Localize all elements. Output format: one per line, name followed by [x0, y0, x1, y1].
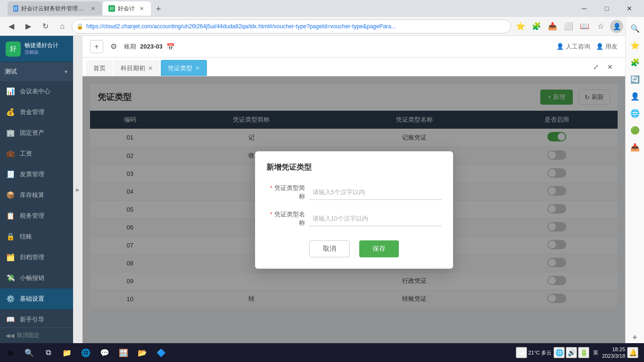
side-favorites-button[interactable]: ⭐: [627, 38, 643, 53]
taskbar-windows-store[interactable]: 🪟: [115, 345, 132, 361]
collections-button[interactable]: 📥: [545, 19, 560, 34]
tab-subjects[interactable]: 科目期初 ✕: [114, 60, 160, 76]
sidebar-label-payroll: 工资: [20, 149, 32, 158]
tab-voucher-close[interactable]: ✕: [195, 65, 200, 72]
company-selector[interactable]: 测试 ▼: [0, 62, 73, 81]
side-color-button[interactable]: 🌐: [627, 106, 643, 121]
browser-tab-1[interactable]: 好 好会计云财务软件管理系统_会计 ✕: [8, 1, 102, 16]
home-button[interactable]: ⌂: [55, 19, 70, 34]
user-label: 用友: [605, 42, 618, 51]
browser-tab-2[interactable]: 好 好会计 ✕: [103, 1, 151, 16]
side-search-button[interactable]: 🔍: [627, 21, 643, 36]
url-bar-wrap: 🔒: [72, 19, 511, 33]
expense-icon: 💸: [6, 273, 15, 283]
sidebar-item-dashboard[interactable]: 📊 会议表中心: [0, 81, 73, 102]
split-view-button[interactable]: ⬜: [561, 19, 576, 34]
taskbar-task-view[interactable]: ⧉: [40, 345, 57, 361]
side-collections-button[interactable]: 🧩: [627, 55, 643, 70]
sidebar-item-archive[interactable]: 🗂️ 归档管理: [0, 247, 73, 268]
sidebar: 好 畅捷通好合计 流畅版 测试 ▼ 📊 会议表中心 💰 资金管理 🏢 固定资产: [0, 36, 73, 343]
sidebar-item-invoice[interactable]: 🧾 发票管理: [0, 164, 73, 185]
user-button[interactable]: 👤 用友: [596, 42, 618, 51]
sidebar-item-tax[interactable]: 📋 税务管理: [0, 206, 73, 226]
new-tab-button[interactable]: +: [152, 2, 165, 16]
taskbar-chrome[interactable]: 🌐: [77, 345, 94, 361]
minimize-button[interactable]: ─: [573, 1, 595, 16]
save-button[interactable]: 保存: [359, 240, 399, 257]
side-apps-button[interactable]: 🟢: [627, 123, 643, 138]
sidebar-item-inventory[interactable]: 📦 库存核算: [0, 185, 73, 206]
tab1-title: 好会计云财务软件管理系统_会计: [21, 5, 87, 13]
logo-sub: 流畅版: [25, 49, 58, 56]
favorites-button[interactable]: ⭐: [513, 19, 528, 34]
start-button[interactable]: ⊞: [2, 344, 19, 361]
taskbar-folder[interactable]: 📂: [134, 345, 151, 361]
taskbar-sys-icons: 🌤 21°C 多云: [516, 347, 552, 358]
taskbar-network-icon[interactable]: 🌐: [553, 347, 565, 358]
taskbar-file-explorer[interactable]: 📁: [58, 345, 75, 361]
side-profile-button[interactable]: 👤: [627, 89, 643, 104]
forward-button[interactable]: ▶: [21, 19, 36, 34]
archive-icon: 🗂️: [6, 253, 15, 262]
sidebar-nav: 📊 会议表中心 💰 资金管理 🏢 固定资产 💼 工资 🧾 发票管理 📦: [0, 81, 73, 327]
taskbar-weather-text: 21°C 多云: [528, 349, 552, 356]
sidebar-item-assets[interactable]: 🏢 固定资产: [0, 123, 73, 143]
refresh-button[interactable]: ↻: [38, 19, 53, 34]
sidebar-item-expense[interactable]: 💸 小畅报销: [0, 268, 73, 288]
tab-home[interactable]: 首页: [86, 60, 113, 76]
short-input[interactable]: [309, 185, 442, 200]
sidebar-item-payroll[interactable]: 💼 工资: [0, 143, 73, 164]
side-download-button[interactable]: 📥: [627, 140, 643, 155]
sidebar-label-settings: 基础设置: [20, 295, 44, 303]
close-accounts-icon: 🔒: [6, 232, 15, 241]
unpin-label: 取消固定: [17, 331, 40, 339]
browser-profile[interactable]: 👤: [609, 19, 624, 34]
taskbar-search[interactable]: 🔍: [21, 345, 38, 361]
payroll-icon: 💼: [6, 149, 15, 158]
browser-title-bar: 好 好会计云财务软件管理系统_会计 ✕ 好 好会计 ✕ + ─ □ ✕: [0, 0, 644, 17]
side-sync-button[interactable]: 🔄: [627, 72, 643, 87]
tab-voucher-type[interactable]: 凭证类型 ✕: [161, 60, 207, 76]
side-expand-bar[interactable]: ▶: [73, 36, 83, 343]
assets-icon: 🏢: [6, 128, 15, 138]
sidebar-item-funds[interactable]: 💰 资金管理: [0, 102, 73, 123]
taskbar-clock[interactable]: 18:25 2023/3/18: [602, 346, 625, 360]
tab1-close[interactable]: ✕: [90, 5, 96, 12]
back-button[interactable]: ◀: [4, 19, 19, 34]
url-input[interactable]: [72, 19, 511, 33]
cancel-button[interactable]: 取消: [309, 240, 350, 257]
sidebar-item-close[interactable]: 🔒 结账: [0, 226, 73, 247]
taskbar-wechat[interactable]: 💬: [96, 345, 113, 361]
tab2-close[interactable]: ✕: [138, 5, 145, 12]
tab-subjects-label: 科目期初: [121, 64, 145, 73]
taskbar-edge[interactable]: 🔷: [153, 345, 170, 361]
logo-icon: 好: [6, 41, 21, 57]
period-calendar-icon[interactable]: 📅: [166, 43, 174, 50]
store-icon: 🪟: [119, 348, 128, 357]
close-button[interactable]: ✕: [619, 1, 640, 16]
taskbar-volume-icon[interactable]: 🔊: [566, 347, 577, 358]
maximize-tab-button[interactable]: ⤢: [590, 61, 602, 73]
maximize-button[interactable]: □: [596, 1, 618, 16]
add-favorites-button[interactable]: ☆: [593, 19, 608, 34]
search-icon: 🔍: [25, 348, 34, 357]
company-settings-button[interactable]: ⚙: [107, 40, 120, 53]
taskbar-battery-icon[interactable]: 🔋: [578, 347, 589, 358]
sidebar-footer[interactable]: ◀◀ 取消固定: [0, 327, 73, 343]
consult-button[interactable]: 👤 人工咨询: [556, 42, 590, 51]
name-input[interactable]: [309, 211, 442, 226]
add-company-button[interactable]: +: [90, 40, 103, 53]
taskbar-weather-icon[interactable]: 🌤: [516, 347, 527, 358]
tab1-favicon: 好: [13, 5, 18, 12]
sidebar-item-guide[interactable]: 📖 新手引导: [0, 309, 73, 327]
immersive-reader-button[interactable]: 📖: [577, 19, 592, 34]
close-all-tabs-button[interactable]: ✕: [604, 61, 616, 73]
sidebar-item-settings[interactable]: ⚙️ 基础设置: [0, 288, 73, 309]
consult-icon: 👤: [556, 43, 564, 50]
company-dropdown-arrow: ▼: [64, 69, 68, 74]
modal-footer: 取消 保存: [266, 240, 442, 257]
extensions-button[interactable]: 🧩: [529, 19, 544, 34]
notification-bell-icon[interactable]: 🔔: [627, 347, 638, 358]
tab-subjects-close[interactable]: ✕: [148, 65, 153, 72]
address-bar: ◀ ▶ ↻ ⌂ 🔒 ⭐ 🧩 📥 ⬜ 📖 ☆ 👤 ⋯: [0, 17, 644, 36]
